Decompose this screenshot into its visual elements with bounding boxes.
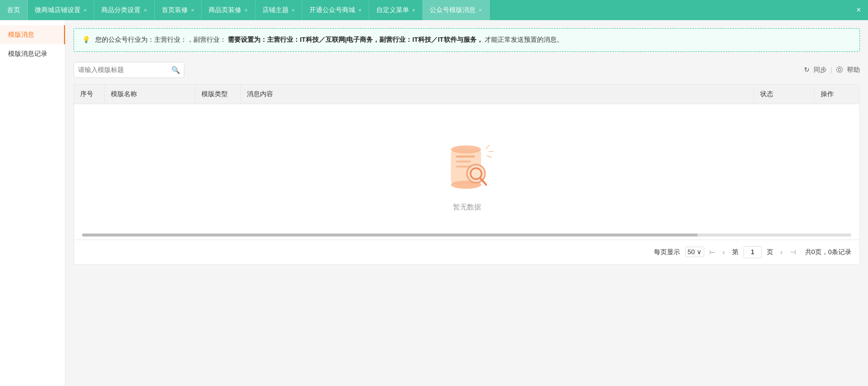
tab-home[interactable]: 首页 xyxy=(0,0,28,20)
table-header-row: 序号 模版名称 模版类型 消息内容 状态 xyxy=(74,85,859,104)
page-size-dropdown-icon: ∨ xyxy=(697,248,702,256)
page-size-select[interactable]: 50 ∨ xyxy=(685,247,704,257)
empty-illustration xyxy=(437,134,497,195)
tab-product-decoration-label: 商品页装修 xyxy=(209,6,241,15)
notice-prefix: 您的公众号行业为：主营行业：，副营行业： xyxy=(95,36,226,43)
search-actions: ↻ 同步 | ⓪ 帮助 xyxy=(804,65,860,74)
tab-open-mall-label: 开通公众号商城 xyxy=(309,6,355,15)
notice-box: 💡 您的公众号行业为：主营行业：，副营行业： 需要设置为：主营行业：IT科技／互… xyxy=(74,28,860,52)
sidebar-item-template-message-log-label: 模版消息记录 xyxy=(8,50,47,57)
divider: | xyxy=(831,66,832,73)
svg-point-2 xyxy=(451,145,481,153)
search-bar: 🔍 ↻ 同步 | ⓪ 帮助 xyxy=(74,62,860,78)
sync-button[interactable]: 同步 xyxy=(814,65,827,74)
tab-custom-menu-label: 自定义菜单 xyxy=(376,6,409,15)
sidebar: 模版消息 模版消息记录 xyxy=(0,20,65,386)
sidebar-item-template-message[interactable]: 模版消息 xyxy=(0,25,65,44)
empty-icon xyxy=(437,134,497,195)
help-button[interactable]: 帮助 xyxy=(847,65,860,74)
page-input[interactable] xyxy=(744,246,762,258)
notice-suffix: 才能正常发送预置的消息。 xyxy=(485,36,563,43)
page-unit: 页 xyxy=(767,248,773,257)
tab-template-msg-close[interactable]: × xyxy=(479,7,482,13)
scroll-bar-thumb[interactable] xyxy=(82,234,698,237)
empty-text: 暂无数据 xyxy=(74,203,859,212)
tab-home-decoration-close[interactable]: × xyxy=(191,7,194,13)
sidebar-item-template-message-log[interactable]: 模版消息记录 xyxy=(0,44,65,63)
tab-bar-close-all[interactable]: × xyxy=(849,6,868,15)
tab-micro-shop[interactable]: 微商城店铺设置 × xyxy=(28,0,94,20)
help-icon: ⓪ xyxy=(836,65,843,74)
tab-product-decoration-close[interactable]: × xyxy=(244,7,247,13)
tab-home-decoration-label: 首页装修 xyxy=(162,6,188,15)
tab-product-category-close[interactable]: × xyxy=(144,7,147,13)
page-size-label: 每页显示 xyxy=(654,248,680,257)
page-label: 第 xyxy=(732,248,739,257)
tab-shop-theme-label: 店铺主题 xyxy=(262,6,289,15)
page-size-value: 50 xyxy=(688,248,695,256)
svg-rect-4 xyxy=(456,156,475,158)
col-status: 状态 xyxy=(754,85,814,104)
tab-shop-theme[interactable]: 店铺主题 × xyxy=(255,0,302,20)
tab-product-decoration[interactable]: 商品页装修 × xyxy=(202,0,255,20)
tab-template-msg-label: 公众号模版消息 xyxy=(430,6,476,15)
tab-bar: 首页 微商城店铺设置 × 商品分类设置 × 首页装修 × 商品页装修 × 店铺主… xyxy=(0,0,868,20)
table-container: 序号 模版名称 模版类型 消息内容 状态 xyxy=(74,84,860,265)
page-prev-button[interactable]: ‹ xyxy=(720,247,727,257)
col-action: 操作 xyxy=(814,85,859,104)
search-input[interactable] xyxy=(78,66,171,73)
tab-product-category[interactable]: 商品分类设置 × xyxy=(94,0,154,20)
search-icon[interactable]: 🔍 xyxy=(171,66,180,74)
tab-template-msg[interactable]: 公众号模版消息 × xyxy=(423,0,489,20)
data-table: 序号 模版名称 模版类型 消息内容 状态 xyxy=(74,85,859,232)
svg-rect-5 xyxy=(456,161,471,163)
page-first-button[interactable]: ⊢ xyxy=(707,247,717,257)
content-area: 💡 您的公众号行业为：主营行业：，副营行业： 需要设置为：主营行业：IT科技／互… xyxy=(65,20,868,386)
tab-product-category-label: 商品分类设置 xyxy=(101,6,141,15)
col-type: 模版类型 xyxy=(195,85,240,104)
tab-open-mall-close[interactable]: × xyxy=(358,7,361,13)
col-index: 序号 xyxy=(74,85,104,104)
tab-micro-shop-close[interactable]: × xyxy=(84,7,87,13)
svg-line-12 xyxy=(487,156,491,158)
scroll-bar-track[interactable] xyxy=(82,234,851,237)
page-next-button[interactable]: › xyxy=(778,247,785,257)
sidebar-item-template-message-label: 模版消息 xyxy=(8,31,34,38)
tab-custom-menu[interactable]: 自定义菜单 × xyxy=(369,0,423,20)
col-content: 消息内容 xyxy=(240,85,754,104)
tab-home-decoration[interactable]: 首页装修 × xyxy=(155,0,202,20)
scroll-bar-area xyxy=(74,234,859,240)
tab-micro-shop-label: 微商城店铺设置 xyxy=(35,6,81,15)
svg-line-10 xyxy=(486,145,489,148)
sync-icon: ↻ xyxy=(804,66,810,73)
tab-shop-theme-close[interactable]: × xyxy=(292,7,295,13)
empty-state: 暂无数据 xyxy=(74,104,859,232)
page-last-button[interactable]: ⊣ xyxy=(788,247,798,257)
tab-custom-menu-close[interactable]: × xyxy=(412,7,415,13)
search-input-container: 🔍 xyxy=(74,62,184,78)
pagination: 每页显示 50 ∨ ⊢ ‹ 第 页 › ⊣ 共0页，0条记录 xyxy=(74,240,859,264)
notice-icon: 💡 xyxy=(82,36,90,43)
main-layout: 模版消息 模版消息记录 💡 您的公众号行业为：主营行业：，副营行业： 需要设置为… xyxy=(0,20,868,386)
col-name: 模版名称 xyxy=(104,85,195,104)
pagination-total: 共0页，0条记录 xyxy=(805,248,851,257)
tab-home-label: 首页 xyxy=(7,6,20,15)
notice-highlight: 需要设置为：主营行业：IT科技／互联网|电子商务，副营行业：IT科技／IT软件与… xyxy=(228,36,483,43)
tab-open-mall[interactable]: 开通公众号商城 × xyxy=(302,0,369,20)
